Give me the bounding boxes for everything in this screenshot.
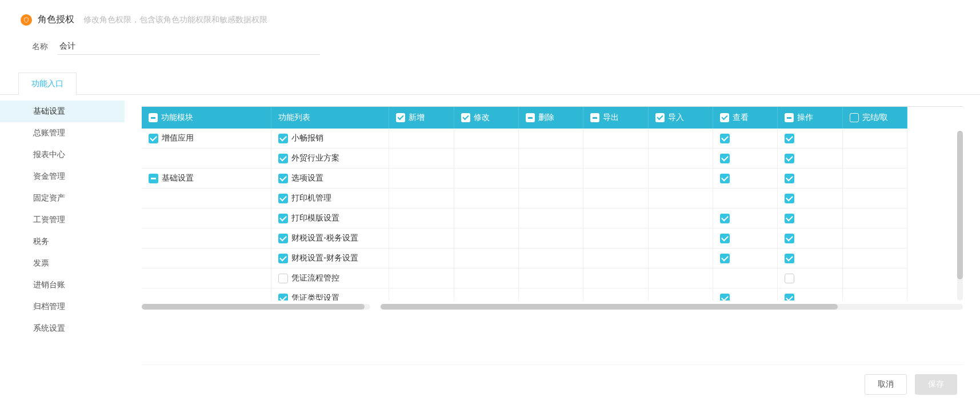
action-checkbox[interactable] — [785, 294, 794, 300]
action-cell-7 — [842, 189, 907, 208]
function-checkbox[interactable] — [278, 174, 288, 183]
sidebar-item-9[interactable]: 归档管理 — [0, 296, 125, 318]
col-header-4[interactable]: 删除 — [518, 107, 583, 129]
function-checkbox[interactable] — [278, 214, 288, 223]
col-checkbox-5[interactable] — [590, 113, 599, 122]
hscroll-right[interactable] — [381, 304, 963, 310]
col-checkbox-6[interactable] — [655, 113, 665, 122]
col-header-6[interactable]: 导入 — [648, 107, 713, 129]
action-cell-6 — [778, 149, 842, 169]
sidebar-item-4[interactable]: 固定资产 — [0, 187, 125, 209]
col-checkbox-9[interactable] — [850, 113, 859, 122]
col-header-8[interactable]: 操作 — [778, 107, 842, 129]
sidebar-item-3[interactable]: 资金管理 — [0, 166, 125, 187]
action-checkbox[interactable] — [785, 214, 794, 223]
cancel-button[interactable]: 取消 — [865, 374, 907, 395]
function-cell: 外贸行业方案 — [271, 149, 389, 169]
col-header-0[interactable]: 功能模块 — [142, 107, 271, 129]
action-checkbox[interactable] — [720, 214, 730, 223]
function-label: 财税设置-财务设置 — [291, 253, 358, 262]
action-cell-2 — [518, 208, 583, 228]
sidebar-item-2[interactable]: 报表中心 — [0, 144, 125, 166]
action-checkbox[interactable] — [785, 154, 794, 163]
table-row: 凭证流程管控 — [142, 268, 907, 288]
col-header-9[interactable]: 完结/取 — [842, 107, 907, 129]
action-checkbox[interactable] — [785, 254, 794, 263]
sidebar-item-1[interactable]: 总账管理 — [0, 122, 125, 144]
action-cell-0 — [389, 189, 454, 208]
function-checkbox[interactable] — [278, 254, 288, 263]
action-checkbox[interactable] — [785, 274, 794, 283]
action-cell-5 — [713, 248, 777, 268]
action-cell-6 — [778, 288, 842, 301]
table-row: 外贸行业方案 — [142, 149, 907, 169]
col-label-6: 导入 — [668, 113, 684, 122]
name-label: 名称 — [32, 42, 48, 52]
action-checkbox[interactable] — [720, 134, 730, 143]
tab-function-entry[interactable]: 功能入口 — [18, 73, 77, 95]
sidebar-item-5[interactable]: 工资管理 — [0, 209, 125, 231]
col-checkbox-0[interactable] — [149, 113, 158, 122]
sidebar-item-10[interactable]: 系统设置 — [0, 318, 125, 339]
vertical-scrollbar[interactable] — [957, 131, 963, 300]
col-header-1[interactable]: 功能列表 — [271, 107, 389, 129]
action-checkbox[interactable] — [720, 174, 730, 183]
action-cell-5 — [713, 189, 777, 208]
action-cell-4 — [648, 129, 713, 149]
role-name-input[interactable] — [57, 38, 320, 55]
col-header-5[interactable]: 导出 — [583, 107, 648, 129]
sidebar-item-6[interactable]: 税务 — [0, 231, 125, 252]
content-area: 功能模块功能列表新增修改删除导出导入查看操作完结/取 增值应用小畅报销外贸行业方… — [125, 95, 980, 369]
col-checkbox-7[interactable] — [720, 113, 729, 122]
function-checkbox[interactable] — [278, 294, 288, 300]
col-checkbox-3[interactable] — [461, 113, 470, 122]
sidebar: 基础设置总账管理报表中心资金管理固定资产工资管理税务发票进销台账归档管理系统设置 — [0, 95, 125, 369]
action-cell-2 — [518, 288, 583, 301]
action-cell-1 — [454, 129, 518, 149]
action-checkbox[interactable] — [720, 254, 730, 263]
function-cell: 打印模版设置 — [271, 208, 389, 228]
function-checkbox[interactable] — [278, 154, 288, 163]
action-checkbox[interactable] — [720, 154, 730, 163]
hscroll-left-thumb[interactable] — [142, 304, 365, 310]
function-checkbox[interactable] — [278, 274, 288, 283]
function-checkbox[interactable] — [278, 234, 288, 243]
hscroll-left[interactable] — [142, 304, 370, 310]
vertical-scrollbar-thumb[interactable] — [957, 131, 963, 279]
function-checkbox[interactable] — [278, 134, 288, 143]
action-cell-2 — [518, 268, 583, 288]
module-checkbox[interactable] — [149, 174, 158, 183]
action-checkbox[interactable] — [785, 174, 794, 183]
module-label: 基础设置 — [162, 173, 194, 182]
sidebar-item-0[interactable]: 基础设置 — [0, 101, 125, 122]
sidebar-item-8[interactable]: 进销台账 — [0, 274, 125, 296]
col-checkbox-8[interactable] — [785, 113, 794, 122]
col-checkbox-2[interactable] — [396, 113, 405, 122]
action-cell-3 — [583, 149, 648, 169]
col-checkbox-4[interactable] — [526, 113, 535, 122]
action-checkbox[interactable] — [720, 294, 730, 300]
action-cell-4 — [648, 288, 713, 301]
action-cell-0 — [389, 248, 454, 268]
function-checkbox[interactable] — [278, 194, 288, 203]
col-header-7[interactable]: 查看 — [713, 107, 777, 129]
col-header-2[interactable]: 新增 — [389, 107, 454, 129]
function-label: 小畅报销 — [291, 133, 323, 142]
action-cell-6 — [778, 248, 842, 268]
sidebar-item-7[interactable]: 发票 — [0, 252, 125, 274]
action-checkbox[interactable] — [720, 234, 730, 243]
module-checkbox[interactable] — [149, 134, 158, 143]
action-checkbox[interactable] — [785, 134, 794, 143]
save-button[interactable]: 保存 — [915, 374, 957, 395]
table-row: 财税设置-财务设置 — [142, 248, 907, 268]
col-label-8: 操作 — [797, 113, 813, 122]
col-header-3[interactable]: 修改 — [454, 107, 518, 129]
permission-table-wrap[interactable]: 功能模块功能列表新增修改删除导出导入查看操作完结/取 增值应用小畅报销外贸行业方… — [142, 106, 963, 300]
name-row: 名称 — [0, 33, 980, 72]
function-label: 凭证流程管控 — [291, 273, 339, 282]
action-checkbox[interactable] — [785, 234, 794, 243]
function-cell: 小畅报销 — [271, 129, 389, 149]
action-checkbox[interactable] — [785, 194, 794, 203]
shield-icon — [21, 14, 32, 26]
hscroll-right-thumb[interactable] — [381, 304, 838, 310]
